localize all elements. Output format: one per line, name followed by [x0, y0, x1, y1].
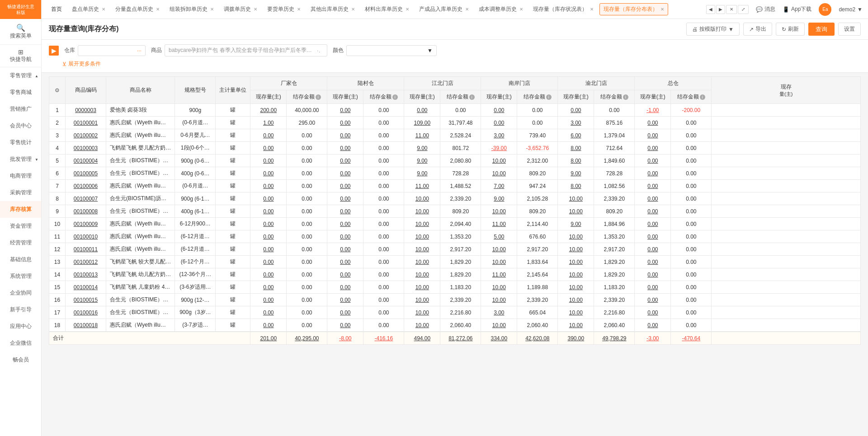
color-select[interactable]: ▼ — [346, 45, 437, 56]
cell-code[interactable]: 00100012 — [66, 256, 106, 268]
sidebar-item-finance[interactable]: 资金管理 — [0, 218, 41, 234]
sidebar-item-retail[interactable]: 零售管理 — [0, 67, 41, 84]
nav-close-all[interactable]: ✕ — [726, 5, 737, 14]
cell-code[interactable]: 00100005 — [66, 167, 106, 180]
cell-fj-qty[interactable]: 0.00 — [250, 129, 287, 142]
cell-jb-qty[interactable]: 10.00 — [404, 319, 440, 332]
cell-na-qty[interactable]: 11.00 — [481, 268, 517, 281]
cell-total-qty[interactable]: 0.00 — [635, 268, 671, 281]
total-amt-info-icon[interactable]: i — [700, 94, 705, 100]
fj-amt-info-icon[interactable]: i — [316, 94, 321, 100]
cell-jb-qty[interactable]: 10.00 — [404, 294, 440, 306]
cell-jb-qty[interactable]: 10.00 — [404, 268, 440, 281]
sidebar-item-retail-mall[interactable]: 零售商城 — [0, 84, 41, 101]
cell-total-qty[interactable]: 0.00 — [635, 155, 671, 167]
settings-button[interactable]: 设置 — [838, 23, 861, 36]
sidebar-item-retail-stats[interactable]: 零售统计 — [0, 134, 41, 151]
sidebar-item-ecommerce[interactable]: 电商管理 — [0, 168, 41, 184]
jb-amt-info-icon[interactable]: i — [469, 94, 475, 100]
sidebar-item-guide[interactable]: 新手引导 — [0, 301, 41, 318]
cell-lc-qty[interactable]: 0.00 — [327, 180, 363, 192]
cell-total-qty[interactable]: 0.00 — [635, 180, 671, 192]
cell-na-qty[interactable]: 10.00 — [481, 167, 517, 180]
cell-lc-qty[interactable]: 0.00 — [327, 243, 363, 256]
cell-jb-qty[interactable]: 11.00 — [404, 129, 440, 142]
cell-lc-qty[interactable]: 0.00 — [327, 218, 363, 230]
close-tab-other-out[interactable]: ✕ — [351, 7, 355, 12]
sidebar-item-member-app[interactable]: 畅会员 — [0, 352, 41, 368]
sidebar-item-member[interactable]: 会员中心 — [0, 117, 41, 134]
cell-lc-qty[interactable]: 0.00 — [327, 256, 363, 268]
tab-product-in[interactable]: 产成品入库单历史 ✕ — [415, 3, 473, 15]
warehouse-input[interactable]: ··· — [78, 45, 146, 56]
tab-inventory-check[interactable]: 盘点单历史 ✕ — [68, 3, 109, 15]
cell-fj-qty[interactable]: 0.00 — [250, 205, 287, 218]
cell-total-qty[interactable]: 0.00 — [635, 294, 671, 306]
cell-total-qty[interactable]: 0.00 — [635, 117, 671, 129]
cell-jb-qty[interactable]: 10.00 — [404, 192, 440, 205]
tab-inventory-check2[interactable]: 分量盘点单历史 ✕ — [111, 3, 164, 15]
cell-total-qty[interactable]: 0.00 — [635, 142, 671, 155]
close-tab-transfer[interactable]: ✕ — [254, 7, 257, 12]
cell-na-qty[interactable]: 10.00 — [481, 205, 517, 218]
cell-code[interactable]: 00100006 — [66, 180, 106, 192]
cell-code[interactable]: 00100001 — [66, 117, 106, 129]
cell-fj-qty[interactable]: 1.00 — [250, 117, 287, 129]
cell-yb-qty[interactable]: 10.00 — [558, 256, 594, 268]
tab-other-out[interactable]: 其他出库单历史 ✕ — [307, 3, 359, 15]
cell-lc-qty[interactable]: 0.00 — [327, 294, 363, 306]
user-avatar[interactable]: Ea — [819, 3, 831, 16]
cell-jb-qty[interactable]: 10.00 — [404, 218, 440, 230]
cell-total-qty[interactable]: 0.00 — [635, 205, 671, 218]
table-settings-icon[interactable]: ⚙ — [55, 87, 60, 94]
sidebar-item-app-center[interactable]: 应用中心 — [0, 318, 41, 335]
cell-yb-qty[interactable]: 10.00 — [558, 281, 594, 294]
sidebar-item-marketing[interactable]: 营销推广 — [0, 101, 41, 117]
cell-fj-qty[interactable]: 0.00 — [250, 180, 287, 192]
username-display[interactable]: demo2 ▼ — [839, 6, 863, 13]
cell-jb-qty[interactable]: 10.00 — [404, 281, 440, 294]
cell-yb-qty[interactable]: 8.00 — [558, 180, 594, 192]
cell-total-qty[interactable]: 0.00 — [635, 319, 671, 332]
close-tab-inventory-check2[interactable]: ✕ — [156, 7, 160, 12]
cell-na-qty[interactable]: 11.00 — [481, 218, 517, 230]
cell-total-qty[interactable]: 0.00 — [635, 167, 671, 180]
cell-total-qty[interactable]: 0.00 — [635, 281, 671, 294]
cell-na-qty[interactable]: 0.00 — [481, 104, 517, 117]
cell-total-qty[interactable]: 0.00 — [635, 306, 671, 319]
message-button[interactable]: 💬 消息 — [756, 5, 775, 13]
cell-code[interactable]: 00100016 — [66, 306, 106, 319]
sidebar-item-wholesale[interactable]: 批发管理 — [0, 151, 41, 168]
cell-na-qty[interactable]: 3.00 — [481, 129, 517, 142]
cell-code[interactable]: 00100018 — [66, 319, 106, 332]
lc-amt-info-icon[interactable]: i — [392, 94, 398, 100]
cell-jb-qty[interactable]: 10.00 — [404, 306, 440, 319]
cell-code[interactable]: 0000003 — [66, 104, 106, 117]
app-download-button[interactable]: 📱 App下载 — [783, 5, 811, 13]
cell-yb-qty[interactable]: 8.00 — [558, 155, 594, 167]
cell-yb-qty[interactable]: 0.00 — [558, 104, 594, 117]
tab-purchase-req[interactable]: 要货单历史 ✕ — [263, 3, 305, 15]
cell-jb-qty[interactable]: 10.00 — [404, 205, 440, 218]
sidebar-item-quick-nav[interactable]: ⊞ 快捷导航 — [0, 45, 41, 67]
cell-yb-qty[interactable]: 10.00 — [558, 319, 594, 332]
cell-na-qty[interactable]: 5.00 — [481, 230, 517, 243]
na-amt-info-icon[interactable]: i — [546, 94, 552, 100]
cell-code[interactable]: 00100015 — [66, 294, 106, 306]
cell-fj-qty[interactable]: 200.00 — [250, 104, 287, 117]
expand-more-button[interactable]: ⊻ 展开更多条件 — [62, 60, 101, 68]
cell-code[interactable]: 00100004 — [66, 155, 106, 167]
cell-na-qty[interactable]: 10.00 — [481, 319, 517, 332]
sidebar-item-basic[interactable]: 基础信息 — [0, 251, 41, 268]
cell-lc-qty[interactable]: 0.00 — [327, 129, 363, 142]
tab-assembly[interactable]: 组装拆卸单历史 ✕ — [165, 3, 218, 15]
cell-total-qty[interactable]: 0.00 — [635, 243, 671, 256]
cell-yb-qty[interactable]: 10.00 — [558, 230, 594, 243]
tab-material-out[interactable]: 材料出库单历史 ✕ — [361, 3, 413, 15]
cell-lc-qty[interactable]: 0.00 — [327, 104, 363, 117]
cell-jb-qty[interactable]: 9.00 — [404, 155, 440, 167]
tab-cost-adjust[interactable]: 成本调整单历史 ✕ — [475, 3, 527, 15]
cell-na-qty[interactable]: 10.00 — [481, 243, 517, 256]
cell-lc-qty[interactable]: 0.00 — [327, 319, 363, 332]
cell-na-qty[interactable]: 10.00 — [481, 281, 517, 294]
